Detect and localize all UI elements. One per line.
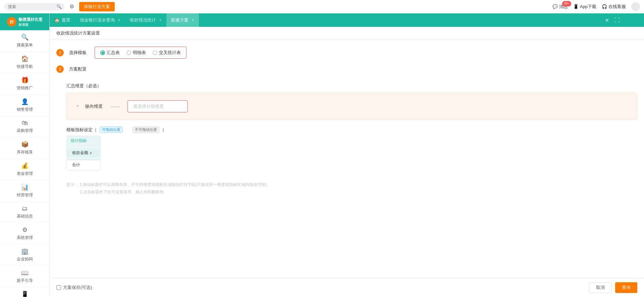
tab-home[interactable]: 🏠 首页 <box>50 13 75 27</box>
non-draggable-badge: 不可拖动位置 <box>132 127 159 133</box>
sidebar-item-label-operations: 经营管理 <box>17 192 33 198</box>
enterprise-collab-icon: 🏢 <box>21 248 29 255</box>
logo-text: 畅捷通好生意 <box>18 17 43 22</box>
chevron-down-icon: ∨ <box>90 151 92 155</box>
quick-nav-icon: 🏠 <box>21 55 29 62</box>
tab-collection-stat[interactable]: 收款情况统计 × <box>125 13 166 27</box>
step2-header-row: 2 方案配置 <box>56 65 637 73</box>
notification-item[interactable]: 💬 消息 99+ <box>552 4 568 10</box>
tab-close-all-btn[interactable]: ✕ <box>603 16 610 25</box>
sidebar-item-label-system: 系统管理 <box>17 235 33 241</box>
sidebar-item-label-enterprise-collab: 企业协同 <box>17 256 33 262</box>
footer-save-section: 方案保存(可选) <box>56 285 92 291</box>
sidebar-item-quick-nav[interactable]: 🏠 快捷导航 <box>0 52 49 73</box>
sidebar-item-purchase[interactable]: 🛍 采购管理 <box>0 116 49 137</box>
query-button[interactable]: 查询 <box>615 282 637 293</box>
dimension-section-title: 汇总维度（必选） <box>66 83 637 89</box>
sidebar-item-label-basic-info: 基础信息 <box>17 213 33 219</box>
radio-cross-circle <box>153 50 157 55</box>
download-label: App下载 <box>580 4 596 10</box>
save-checkbox[interactable] <box>56 285 61 290</box>
operations-icon: 📊 <box>21 184 29 191</box>
trial-btn[interactable]: 体验行业方案 <box>79 2 115 11</box>
content-area: 收款情况统计方案设置 1 选择模板 汇总表 <box>50 27 644 297</box>
sidebar-item-label-quick-nav: 快捷导航 <box>17 64 33 69</box>
metrics-title: 模板指标设定（ <box>66 127 97 133</box>
dimension-input-box[interactable]: 请选择分组维度 <box>127 100 188 112</box>
dimension-label: 纵向维度 <box>85 103 103 109</box>
sidebar-item-enterprise-collab[interactable]: 🏢 企业协同 <box>0 244 49 266</box>
app-layout: 好 畅捷通好生意 标准版 🔍 搜索菜单 🏠 快捷导航 🎁 营销推广 👤 销售管理… <box>0 13 644 297</box>
cancel-button[interactable]: 取消 <box>589 282 612 293</box>
search-input[interactable] <box>8 4 54 9</box>
metrics-col-item-amount[interactable]: 收款金额 ∨ <box>67 148 100 158</box>
template-select-box: 汇总表 明细表 交叉统计表 <box>95 47 186 59</box>
tab-expand-btn[interactable]: ⛶ <box>613 16 621 25</box>
download-item[interactable]: 📱 App下载 <box>573 4 596 10</box>
step1-label: 选择模板 <box>69 50 87 56</box>
tab-bank-flow-close[interactable]: × <box>118 18 120 22</box>
sidebar-item-sales[interactable]: 👤 销售管理 <box>0 95 49 116</box>
tab-new-plan-close[interactable]: × <box>192 18 194 22</box>
user-avatar <box>631 2 640 11</box>
tab-home-label: 首页 <box>62 17 70 23</box>
tab-collection-stat-label: 收款情况统计 <box>130 17 156 23</box>
metrics-group-header: 统计指标 <box>67 136 100 146</box>
purchase-icon: 🛍 <box>22 119 28 127</box>
metrics-title-suffix: ） <box>162 127 166 133</box>
sidebar-item-basic-info[interactable]: 🗂 基础信息 <box>0 202 49 223</box>
marketing-icon: 🎁 <box>21 77 29 84</box>
dimension-box: * 纵向维度 —— 请选择分组维度 <box>66 93 637 120</box>
metrics-col-header: 收款金额 ∨ <box>67 146 100 160</box>
radio-summary-label: 汇总表 <box>107 50 120 56</box>
radio-summary[interactable]: 汇总表 <box>100 50 120 56</box>
metrics-table-area: 统计指标 收款金额 ∨ 合计 <box>66 136 101 170</box>
notification-icon: 💬 <box>552 4 558 9</box>
save-checkbox-label: 方案保存(可选) <box>63 285 92 291</box>
user-item[interactable] <box>631 2 640 11</box>
dimension-placeholder: 请选择分组维度 <box>133 104 164 109</box>
sidebar-item-search-menu[interactable]: 🔍 搜索菜单 <box>0 30 49 52</box>
search-box[interactable]: 🔍 <box>4 3 64 10</box>
radio-detail-label: 明细表 <box>133 50 146 56</box>
logo-sub: 标准版 <box>18 22 43 27</box>
step2-inner: 汇总维度（必选） * 纵向维度 —— 请选择分组维度 <box>56 80 637 202</box>
topbar-right: 💬 消息 99+ 📱 App下载 🎧 在线客服 <box>552 2 640 11</box>
sidebar-item-finance[interactable]: 💰 资金管理 <box>0 159 49 180</box>
sidebar-item-smart-hardware[interactable]: 📱 智能硬件 <box>0 287 49 297</box>
sidebar-item-label-sales: 销售管理 <box>17 107 33 112</box>
sidebar-item-marketing[interactable]: 🎁 营销推广 <box>0 73 49 95</box>
sidebar-item-newbie-guide[interactable]: 📖 新手引导 <box>0 266 49 287</box>
notification-badge: 99+ <box>562 1 571 6</box>
hint-text-1: 提示： 1.拖动标题栏可以调整布局，不可跨维度或指标区域拖动栏目字段(只能在同一… <box>66 181 637 189</box>
radio-cross-label: 交叉统计表 <box>159 50 181 56</box>
sales-icon: 👤 <box>21 98 29 105</box>
logo-icon: 好 <box>7 17 16 27</box>
sidebar-item-label-search-menu: 搜索菜单 <box>17 42 33 48</box>
metrics-data-cell-total: 合计 <box>67 160 100 170</box>
system-icon: ⚙ <box>22 226 28 234</box>
gear-button[interactable]: ⚙ <box>67 2 76 11</box>
sidebar-item-operations[interactable]: 📊 经营管理 <box>0 180 49 202</box>
sidebar-logo: 好 畅捷通好生意 标准版 <box>0 13 49 30</box>
metrics-section: 模板指标设定（ 可拖动位置 不可拖动位置 ） 统计指标 <box>66 127 637 171</box>
service-item[interactable]: 🎧 在线客服 <box>602 4 626 10</box>
search-menu-icon: 🔍 <box>21 34 29 41</box>
logo-text-wrap: 畅捷通好生意 标准版 <box>18 17 43 27</box>
tab-new-plan-label: 新建方案 <box>171 17 189 23</box>
sidebar-item-inventory[interactable]: 📦 库存核算 <box>0 137 49 159</box>
metrics-data-row: 合计 <box>67 160 100 170</box>
radio-detail[interactable]: 明细表 <box>126 50 146 56</box>
home-icon: 🏠 <box>54 18 60 23</box>
metrics-col-amount-label: 收款金额 <box>72 150 88 156</box>
sidebar-item-system[interactable]: ⚙ 系统管理 <box>0 223 49 244</box>
tab-new-plan[interactable]: 新建方案 × <box>166 13 199 27</box>
radio-cross[interactable]: 交叉统计表 <box>153 50 181 56</box>
tab-collection-stat-close[interactable]: × <box>159 18 162 22</box>
sidebar: 好 畅捷通好生意 标准版 🔍 搜索菜单 🏠 快捷导航 🎁 营销推广 👤 销售管理… <box>0 13 50 297</box>
page-header: 收款情况统计方案设置 <box>50 27 644 40</box>
tab-bank-flow-label: 现金银行流水查询 <box>80 17 115 23</box>
newbie-guide-icon: 📖 <box>21 269 29 277</box>
tab-bank-flow[interactable]: 现金银行流水查询 × <box>75 13 125 27</box>
sidebar-item-label-inventory: 库存核算 <box>17 149 33 155</box>
